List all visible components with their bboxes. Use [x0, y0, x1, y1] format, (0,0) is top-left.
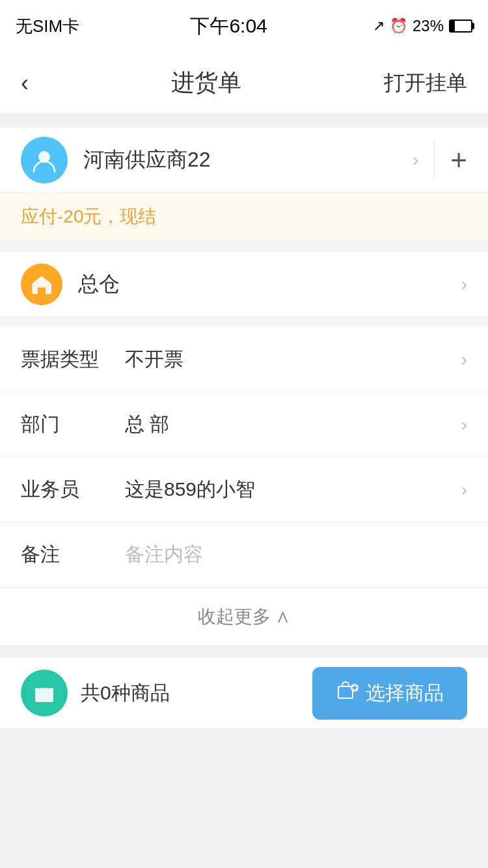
carrier-text: 无SIM卡 — [16, 15, 79, 38]
remark-label: 备注 — [21, 541, 125, 568]
notice-banner: 应付-20元，现结 — [0, 193, 488, 241]
bottom-divider — [0, 645, 488, 658]
invoice-type-value: 不开票 — [125, 346, 461, 373]
battery-text: 23% — [413, 17, 444, 35]
warehouse-row[interactable]: 总仓 › — [0, 252, 488, 317]
department-chevron-icon: › — [461, 414, 467, 435]
notice-text: 应付-20元，现结 — [21, 206, 156, 226]
department-row[interactable]: 部门 总 部 › — [0, 392, 488, 457]
svg-rect-3 — [338, 686, 353, 698]
invoice-type-row[interactable]: 票据类型 不开票 › — [0, 327, 488, 392]
carrier-info: 无SIM卡 — [16, 15, 85, 38]
time-display: 下午6:04 — [190, 13, 267, 40]
collapse-button[interactable]: 收起更多 ∧ — [0, 588, 488, 645]
back-button[interactable]: ‹ — [21, 70, 29, 97]
supplier-avatar — [21, 137, 68, 183]
salesperson-row[interactable]: 业务员 这是859的小智 › — [0, 457, 488, 522]
invoice-type-label: 票据类型 — [21, 346, 125, 373]
salesperson-label: 业务员 — [21, 476, 125, 503]
product-icon — [21, 670, 68, 716]
nav-bar: ‹ 进货单 打开挂单 — [0, 52, 488, 115]
svg-rect-1 — [38, 288, 46, 294]
warehouse-icon — [21, 264, 62, 305]
cart-icon — [336, 681, 359, 705]
supplier-name: 河南供应商22 — [83, 146, 413, 174]
bottom-bar: 共0种商品 选择商品 — [0, 658, 488, 728]
section-divider-2 — [0, 317, 488, 327]
alarm-icon: ⏰ — [390, 18, 407, 34]
salesperson-chevron-icon: › — [461, 480, 467, 500]
form-section: 票据类型 不开票 › 部门 总 部 › 业务员 这是859的小智 › 备注 备注… — [0, 327, 488, 645]
nav-title: 进货单 — [171, 67, 241, 99]
battery-icon — [449, 20, 472, 33]
svg-rect-2 — [35, 688, 53, 702]
salesperson-value: 这是859的小智 — [125, 476, 461, 503]
product-count-label: 共0种商品 — [81, 680, 312, 707]
collapse-label: 收起更多 ∧ — [198, 604, 291, 629]
warehouse-label: 总仓 — [78, 270, 461, 299]
supplier-section[interactable]: 河南供应商22 › + — [0, 128, 488, 193]
empty-content-area — [0, 728, 488, 868]
department-label: 部门 — [21, 411, 125, 438]
open-pending-button[interactable]: 打开挂单 — [384, 69, 467, 98]
location-icon: ↗ — [373, 18, 385, 34]
top-divider — [0, 115, 488, 128]
status-bar: 无SIM卡 下午6:04 ↗ ⏰ 23% — [0, 0, 488, 52]
department-value: 总 部 — [125, 411, 461, 438]
select-goods-button[interactable]: 选择商品 — [312, 667, 467, 720]
invoice-type-chevron-icon: › — [461, 349, 467, 370]
supplier-chevron-icon: › — [413, 150, 418, 170]
vertical-separator — [434, 141, 435, 180]
warehouse-chevron-icon: › — [461, 274, 467, 295]
select-goods-label: 选择商品 — [366, 680, 444, 707]
system-icons: ↗ ⏰ 23% — [373, 17, 472, 35]
section-divider-1 — [0, 241, 488, 252]
add-supplier-icon[interactable]: + — [450, 144, 467, 176]
remark-row[interactable]: 备注 备注内容 — [0, 522, 488, 588]
supplier-row-actions: › + — [413, 141, 467, 180]
remark-input[interactable]: 备注内容 — [125, 541, 467, 568]
